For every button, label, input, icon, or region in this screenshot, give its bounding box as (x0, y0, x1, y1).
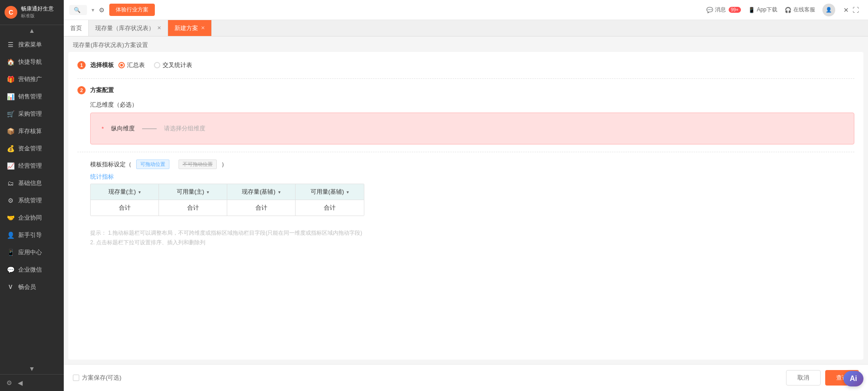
trend-icon: 📈 (6, 162, 15, 170)
close-window-button[interactable]: ✕ (843, 6, 849, 14)
sidebar-scroll-down[interactable]: ▼ (0, 363, 64, 374)
sidebar-item-label: 快捷导航 (18, 58, 42, 66)
sidebar-item-newcomer[interactable]: 👤 新手引导 (0, 226, 64, 244)
gear-button[interactable]: ⚙ (99, 6, 105, 14)
sidebar: C 畅康通好生意 标准版 ▲ ☰ 搜索菜单 🏠 快捷导航 🎁 营销推广 📊 销售… (0, 0, 64, 391)
search-box[interactable]: 🔍 (69, 5, 87, 15)
tab-close-icon[interactable]: ✕ (157, 25, 161, 31)
stats-col-2-body: 合计 (159, 200, 227, 216)
content-area: 现存量(库存状况表)方案设置 1 选择模板 汇总表 交叉统计表 (64, 36, 868, 391)
tab-home[interactable]: 首页 (64, 20, 89, 36)
app-version: 标准版 (21, 13, 54, 19)
sidebar-item-system[interactable]: ⚙ 系统管理 (0, 192, 64, 209)
step1-number: 1 (77, 61, 86, 69)
sidebar-item-marketing[interactable]: 🎁 营销推广 (0, 71, 64, 88)
tab-close-icon[interactable]: ✕ (201, 25, 205, 31)
app-logo: C 畅康通好生意 标准版 (0, 0, 64, 25)
stats-header-row: 现存量(主) ▾ 可用量(主) ▾ 现存量(基辅) ▾ (91, 184, 364, 200)
indicator-config: 模板指标设定（ 可拖动位置 不可拖动位置 ） 统计指标 现存量(主) (90, 159, 854, 253)
sidebar-item-inventory[interactable]: 📦 库存核算 (0, 123, 64, 140)
stats-section: 统计指标 现存量(主) ▾ 可用量(主) ▾ (90, 173, 854, 217)
tip-2: 2. 点击标题栏下拉可设置排序、插入列和删除列 (90, 239, 854, 247)
radio-summary-dot (118, 62, 125, 68)
chevron-down-icon: ▾ (347, 190, 349, 195)
step2-header: 2 方案配置 (77, 86, 854, 94)
sidebar-item-basic[interactable]: 🗂 基础信息 (0, 175, 64, 192)
sidebar-collapse-button[interactable]: ◀ (18, 379, 23, 386)
ai-badge[interactable]: Ai (843, 371, 863, 386)
dimension-box: * 纵向维度 —— 请选择分组维度 (90, 113, 854, 144)
message-icon: 💬 (706, 7, 713, 13)
user-avatar[interactable]: 👤 (822, 4, 835, 16)
step1-section: 1 选择模板 汇总表 交叉统计表 (77, 61, 854, 69)
topbar: 🔍 ▾ ⚙ 体验行业方案 💬 消息 99+ 📱 App下载 🎧 在线客服 👤 (64, 0, 868, 20)
headset-icon: 🎧 (785, 7, 791, 13)
step1-title: 选择模板 (90, 61, 114, 69)
sidebar-item-label: 资金管理 (18, 144, 42, 153)
sidebar-item-finance[interactable]: 💰 资金管理 (0, 140, 64, 157)
stats-col-4-header[interactable]: 可用量(基辅) ▾ (296, 184, 364, 200)
step1-header: 1 选择模板 汇总表 交叉统计表 (77, 61, 854, 69)
stats-section-title: 统计指标 (90, 173, 854, 181)
sidebar-item-label: 搜索菜单 (18, 41, 42, 49)
sidebar-item-label: 应用中心 (18, 248, 42, 257)
dimension-placeholder[interactable]: 请选择分组维度 (164, 124, 205, 133)
sidebar-item-wechat[interactable]: 💬 企业微信 (0, 261, 64, 278)
divider1 (77, 78, 854, 79)
customer-service-button[interactable]: 🎧 在线客服 (785, 6, 815, 14)
sidebar-item-sales[interactable]: 📊 销售管理 (0, 88, 64, 105)
expand-window-button[interactable]: ⛶ (853, 6, 859, 14)
save-option-label: 方案保存(可选) (82, 374, 122, 382)
save-checkbox[interactable] (73, 375, 79, 381)
stats-col-3-header[interactable]: 现存量(基辅) ▾ (227, 184, 296, 200)
tip-1: 提示： 1.拖动标题栏可以调整布局，不可跨维度或指标区域拖动栏目字段(只能在同一… (90, 229, 854, 237)
sidebar-item-label: 采购管理 (18, 110, 42, 118)
tips-section: 提示： 1.拖动标题栏可以调整布局，不可跨维度或指标区域拖动栏目字段(只能在同一… (90, 225, 854, 253)
sidebar-item-purchase[interactable]: 🛒 采购管理 (0, 105, 64, 123)
sidebar-item-search[interactable]: ☰ 搜索菜单 (0, 36, 64, 53)
radio-summary[interactable]: 汇总表 (118, 61, 145, 69)
sidebar-item-label: 基础信息 (18, 179, 42, 187)
stats-body-row: 合计 合计 合计 合计 (91, 200, 364, 216)
dimension-arrow: —— (142, 124, 157, 133)
home-icon: 🏠 (6, 58, 15, 66)
stats-col-2-header[interactable]: 可用量(主) ▾ (159, 184, 227, 200)
sidebar-item-apps[interactable]: 📱 应用中心 (0, 244, 64, 261)
app-download-button[interactable]: 📱 App下载 (748, 6, 777, 14)
sidebar-item-label: 企业协同 (18, 214, 42, 222)
cart-icon: 🛒 (6, 110, 15, 118)
sidebar-settings-button[interactable]: ⚙ (6, 379, 12, 386)
tab-new-plan[interactable]: 新建方案 ✕ (168, 20, 212, 36)
sidebar-bottom: ⚙ ◀ (0, 374, 64, 391)
sidebar-item-quick-nav[interactable]: 🏠 快捷导航 (0, 53, 64, 71)
chevron-down-icon: ▾ (138, 190, 141, 195)
folder-icon: 🗂 (6, 179, 15, 187)
search-icon: 🔍 (74, 7, 81, 13)
avatar-icon: 👤 (826, 7, 832, 13)
divider2 (77, 152, 854, 152)
tab-inventory-status[interactable]: 现存量（库存状况表） ✕ (89, 20, 168, 36)
sidebar-item-enterprise[interactable]: 🤝 企业协同 (0, 209, 64, 226)
sidebar-item-label: 库存核算 (18, 127, 42, 135)
sidebar-item-label: 经营管理 (18, 162, 42, 170)
indicator-close-bracket: ） (221, 160, 227, 169)
sidebar-item-vip[interactable]: V 畅会员 (0, 278, 64, 296)
stats-col-1-header[interactable]: 现存量(主) ▾ (91, 184, 159, 200)
chevron-down-icon: ▾ (207, 190, 209, 195)
sidebar-item-operation[interactable]: 📈 经营管理 (0, 157, 64, 175)
sidebar-item-label: 销售管理 (18, 93, 42, 101)
industry-plan-button[interactable]: 体验行业方案 (109, 4, 155, 16)
cancel-button[interactable]: 取消 (786, 370, 821, 386)
radio-crosstab[interactable]: 交叉统计表 (154, 61, 192, 69)
topbar-right: 💬 消息 99+ 📱 App下载 🎧 在线客服 👤 (706, 4, 835, 16)
sidebar-nav: ☰ 搜索菜单 🏠 快捷导航 🎁 营销推广 📊 销售管理 🛒 采购管理 📦 库存核… (0, 36, 64, 363)
sidebar-scroll-up[interactable]: ▲ (0, 25, 64, 36)
new-plan-tab-label: 新建方案 (174, 24, 198, 32)
radio-crosstab-dot (154, 62, 160, 68)
stats-col-1-body: 合计 (91, 200, 159, 216)
chat-icon: 💬 (6, 266, 15, 274)
message-button[interactable]: 💬 消息 99+ (706, 6, 741, 14)
stats-col-4-body: 合计 (296, 200, 364, 216)
dimension-config: 汇总维度（必选） * 纵向维度 —— 请选择分组维度 (90, 101, 854, 144)
content-footer: 方案保存(可选) 取消 查询 (64, 364, 868, 391)
